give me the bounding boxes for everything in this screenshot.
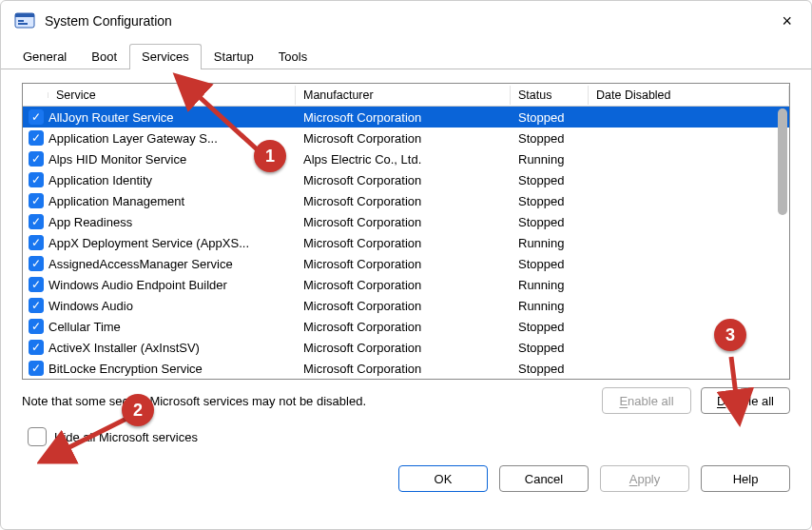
table-row[interactable]: ✓Application IdentityMicrosoft Corporati… (23, 169, 789, 190)
row-checkbox[interactable]: ✓ (29, 298, 44, 313)
tab-strip: General Boot Services Startup Tools (1, 37, 811, 69)
note-text: Note that some secure Microsoft services… (22, 394, 366, 408)
cell-manufacturer: Microsoft Corporation (296, 131, 511, 146)
help-button[interactable]: Help (701, 465, 790, 492)
enable-all-button: Enable all (602, 387, 691, 414)
svg-rect-2 (18, 20, 24, 22)
column-manufacturer[interactable]: Manufacturer (296, 86, 511, 105)
row-checkbox[interactable]: ✓ (29, 109, 44, 125)
tab-startup[interactable]: Startup (202, 44, 266, 69)
cell-manufacturer: Microsoft Corporation (296, 173, 511, 187)
hide-rest: ide all Microsoft services (63, 430, 198, 444)
listview-scrollbar[interactable] (778, 108, 787, 215)
row-checkbox[interactable]: ✓ (29, 340, 44, 355)
cell-status: Stopped (511, 173, 589, 187)
cell-manufacturer: Microsoft Corporation (296, 110, 511, 125)
row-checkbox[interactable]: ✓ (29, 172, 44, 187)
cell-service: Windows Audio (48, 299, 296, 313)
annotation-badge-2: 2 (122, 394, 154, 426)
cell-status: Stopped (511, 320, 589, 334)
close-icon[interactable]: × (776, 9, 798, 33)
cell-manufacturer: Microsoft Corporation (296, 257, 511, 271)
listview-header: Service Manufacturer Status Date Disable… (23, 84, 789, 107)
hide-hotkey: H (54, 430, 63, 444)
row-checkbox[interactable]: ✓ (29, 130, 44, 146)
cell-manufacturer: Microsoft Corporation (296, 215, 511, 229)
hide-ms-services-checkbox[interactable] (28, 427, 47, 446)
cell-service: Application Management (48, 194, 296, 208)
cell-manufacturer: Microsoft Corporation (296, 320, 511, 334)
table-row[interactable]: ✓Cellular TimeMicrosoft CorporationStopp… (23, 316, 789, 337)
cancel-button[interactable]: Cancel (499, 465, 589, 492)
apply-rest: pply (637, 472, 660, 486)
cell-status: Stopped (511, 257, 589, 271)
cell-status: Stopped (511, 341, 589, 355)
table-row[interactable]: ✓BitLocke Encryption ServiceMicrosoft Co… (23, 358, 789, 379)
cell-manufacturer: Microsoft Corporation (296, 341, 511, 355)
tab-services[interactable]: Services (129, 44, 202, 69)
annotation-badge-1: 1 (254, 140, 286, 172)
disable-all-hotkey: D (717, 394, 725, 408)
cell-service: Windows Audio Endpoint Builder (48, 278, 296, 292)
cell-service: BitLocke Encryption Service (48, 362, 296, 376)
cell-service: AppX Deployment Service (AppXS... (48, 236, 296, 250)
cell-status: Running (511, 236, 589, 250)
enable-all-hotkey: E (619, 394, 628, 408)
cell-manufacturer: Microsoft Corporation (296, 236, 511, 250)
row-checkbox[interactable]: ✓ (29, 193, 44, 208)
svg-rect-3 (18, 23, 28, 25)
cell-status: Running (511, 299, 589, 313)
tab-general[interactable]: General (10, 44, 79, 69)
window-title: System Configuration (45, 13, 776, 29)
app-icon (14, 10, 35, 31)
cell-manufacturer: Microsoft Corporation (296, 278, 511, 292)
cell-status: Stopped (511, 194, 589, 208)
table-row[interactable]: ✓App ReadinessMicrosoft CorporationStopp… (23, 211, 789, 232)
table-row[interactable]: ✓AllJoyn Router ServiceMicrosoft Corpora… (23, 107, 789, 128)
cell-service: AllJoyn Router Service (48, 110, 296, 125)
cell-manufacturer: Alps Electric Co., Ltd. (296, 152, 511, 167)
cell-service: ActiveX Installer (AxInstSV) (48, 341, 296, 355)
annotation-badge-3: 3 (714, 319, 746, 351)
disable-all-button[interactable]: Disable all (701, 387, 790, 414)
dialog-button-row: OK Cancel Apply Help (1, 446, 811, 507)
row-checkbox[interactable]: ✓ (29, 256, 44, 271)
table-row[interactable]: ✓Application ManagementMicrosoft Corpora… (23, 190, 789, 211)
table-row[interactable]: ✓AppX Deployment Service (AppXS...Micros… (23, 232, 789, 253)
tab-tools[interactable]: Tools (266, 44, 319, 69)
table-row[interactable]: ✓Windows AudioMicrosoft CorporationRunni… (23, 295, 789, 316)
column-service[interactable]: Service (48, 86, 296, 105)
cell-status: Stopped (511, 362, 589, 376)
cell-manufacturer: Microsoft Corporation (296, 362, 511, 376)
row-checkbox[interactable]: ✓ (29, 361, 44, 376)
hide-ms-services-label[interactable]: Hide all Microsoft services (54, 430, 198, 444)
table-row[interactable]: ✓Windows Audio Endpoint BuilderMicrosoft… (23, 274, 789, 295)
row-checkbox[interactable]: ✓ (29, 235, 44, 250)
cell-status: Stopped (511, 215, 589, 229)
cell-service: AssignedAccessManager Service (48, 257, 296, 271)
row-checkbox[interactable]: ✓ (29, 151, 44, 167)
apply-button: Apply (600, 465, 689, 492)
row-checkbox[interactable]: ✓ (29, 319, 44, 334)
table-row[interactable]: ✓ActiveX Installer (AxInstSV)Microsoft C… (23, 337, 789, 358)
ok-button[interactable]: OK (398, 465, 488, 492)
tab-boot[interactable]: Boot (79, 44, 129, 69)
cell-manufacturer: Microsoft Corporation (296, 299, 511, 313)
cell-status: Stopped (511, 131, 589, 146)
row-checkbox[interactable]: ✓ (29, 277, 44, 292)
column-status[interactable]: Status (511, 86, 589, 105)
row-checkbox[interactable]: ✓ (29, 214, 44, 229)
cell-service: Application Identity (48, 173, 296, 187)
titlebar: System Configuration × (1, 1, 811, 37)
table-row[interactable]: ✓Alps HID Monitor ServiceAlps Electric C… (23, 148, 789, 169)
svg-rect-1 (15, 13, 34, 17)
cell-manufacturer: Microsoft Corporation (296, 194, 511, 208)
column-date-disabled[interactable]: Date Disabled (589, 86, 789, 105)
table-row[interactable]: ✓Application Layer Gateway S...Microsoft… (23, 128, 789, 148)
enable-all-rest: nable all (628, 394, 673, 408)
cell-service: App Readiness (48, 215, 296, 229)
table-row[interactable]: ✓AssignedAccessManager ServiceMicrosoft … (23, 253, 789, 274)
cell-status: Stopped (511, 110, 589, 125)
cell-status: Running (511, 278, 589, 292)
services-listview[interactable]: Service Manufacturer Status Date Disable… (22, 83, 790, 380)
